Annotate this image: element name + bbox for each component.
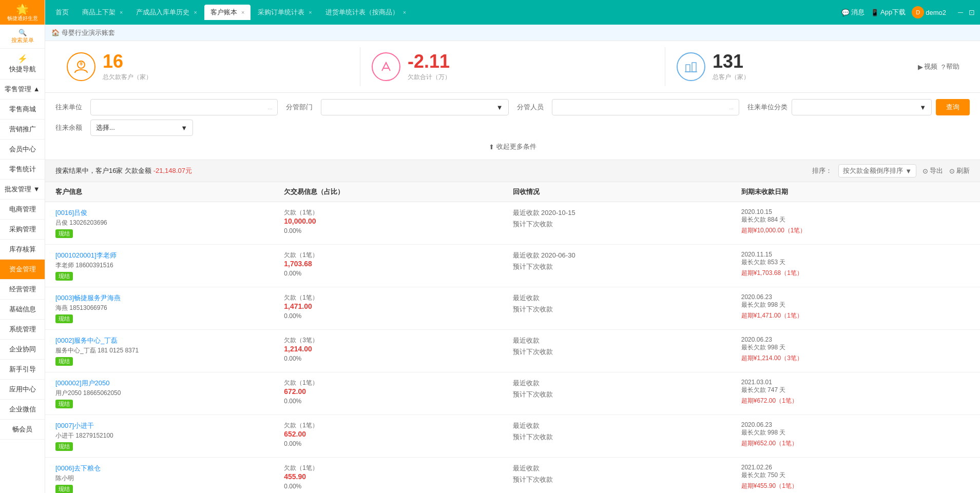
sidebar-item-newbie[interactable]: 新手引导: [0, 360, 45, 380]
sidebar-item-wechat[interactable]: 企业微信: [0, 400, 45, 420]
logo-text: 畅捷通好生意: [7, 15, 38, 22]
tab-product-history-close[interactable]: ×: [194, 9, 197, 15]
customer-badge-2: 现结: [55, 314, 73, 323]
table-header: 客户信息 欠交易信息（占比） 回收情况 到期未收款日期: [45, 182, 980, 202]
sidebar-item-business[interactable]: 经营管理: [0, 280, 45, 300]
table-row: [0002]服务中心_丁磊 服务中心_丁磊 181 0125 8371 现结 欠…: [45, 330, 980, 372]
overdue-amount-4[interactable]: 超期¥672.00（1笔）: [741, 397, 970, 405]
customer-name-6[interactable]: [0006]去下粮仓: [55, 464, 101, 472]
tab-product-listing-close[interactable]: ×: [120, 9, 123, 15]
tab-customer-account[interactable]: 客户账本 ×: [204, 5, 251, 20]
overdue-amount-2[interactable]: 超期¥1,471.00（1笔）: [741, 311, 970, 320]
debt-count-4: 欠款（1笔）: [284, 379, 512, 387]
source-unit-class-select[interactable]: ▼: [792, 99, 932, 115]
source-unit-input[interactable]: ...: [90, 99, 278, 115]
tab-product-history[interactable]: 产成品入库单历史 ×: [130, 5, 203, 20]
app-download-btn[interactable]: 📱 App下载: [871, 8, 906, 17]
tab-purchase-stats[interactable]: 采购订单统计表 ×: [252, 5, 318, 20]
quick-nav-icon: ⚡: [2, 54, 43, 64]
avatar-icon: D: [912, 6, 924, 18]
branch-dept-select[interactable]: ▼: [321, 99, 508, 115]
sort-arrow: ▼: [905, 167, 912, 175]
tab-purchase-product-stats-close[interactable]: ×: [403, 9, 406, 15]
minimize-btn[interactable]: ─: [956, 8, 965, 16]
sidebar-item-retail-mgmt[interactable]: 零售管理 ▲: [0, 80, 45, 100]
sidebar-item-wholesale-mgmt[interactable]: 批发管理 ▼: [0, 180, 45, 200]
sidebar-item-member-vip[interactable]: 畅会员: [0, 420, 45, 440]
sidebar-item-retail-stats[interactable]: 零售统计: [0, 160, 45, 180]
sidebar-item-system[interactable]: 系统管理: [0, 320, 45, 340]
view-label: 视频: [924, 62, 937, 71]
sort-select[interactable]: 按欠款金额倒序排序 ▼: [838, 164, 916, 178]
sidebar-item-purchase[interactable]: 采购管理: [0, 220, 45, 240]
tab-purchase-product-stats[interactable]: 进货单统计表（按商品） ×: [319, 5, 412, 20]
top-nav-actions: 💬 消息 📱 App下载 D demo2 ─ ⊡: [841, 6, 976, 18]
sidebar-item-ecommerce[interactable]: 电商管理: [0, 200, 45, 220]
customer-name-2[interactable]: [0003]畅捷服务尹海燕: [55, 294, 121, 302]
stat-debt-amount: -2.11 欠款合计（万）: [360, 47, 665, 86]
col-recovery: 回收情况: [513, 187, 741, 196]
overdue-amount-1[interactable]: 超期¥1,703.68（1笔）: [741, 269, 970, 278]
search-icon: 🔍: [2, 29, 43, 36]
view-video-btn[interactable]: ▶ 视频: [918, 62, 937, 71]
help-label: 帮助: [946, 62, 959, 71]
source-unit-class-arrow: ▼: [919, 104, 926, 111]
tab-home[interactable]: 首页: [49, 5, 75, 20]
customer-info-1: [0001020001]李老师 李老师 18600391516 现结: [55, 251, 284, 281]
sidebar-item-inventory[interactable]: 库存核算: [0, 240, 45, 260]
customer-name-5[interactable]: [0007]小进干: [55, 422, 94, 429]
sidebar-item-marketing[interactable]: 营销推广: [0, 120, 45, 140]
refresh-icon: ⊙: [949, 167, 955, 175]
sidebar-item-finance[interactable]: 资金管理: [0, 260, 45, 280]
last-collection-4: 最近收款: [513, 379, 741, 388]
customer-phone-6: 陈小明: [55, 474, 284, 483]
help-btn[interactable]: ? 帮助: [941, 62, 959, 71]
balance-select[interactable]: 选择... ▼: [90, 120, 193, 136]
tab-purchase-stats-close[interactable]: ×: [309, 9, 312, 15]
col-due-date: 到期未收款日期: [741, 187, 970, 196]
sidebar-item-retail-mall[interactable]: 零售商城: [0, 100, 45, 120]
member-label: 会员中心: [9, 145, 36, 153]
sidebar-search[interactable]: 🔍 搜索菜单: [0, 25, 45, 49]
branch-person-input[interactable]: ...: [552, 99, 739, 115]
sidebar-item-member[interactable]: 会员中心: [0, 140, 45, 160]
branch-person-text[interactable]: [558, 104, 729, 111]
collapse-icon: ⬆: [489, 143, 494, 151]
overdue-amount-6[interactable]: 超期¥455.90（1笔）: [741, 482, 970, 490]
customer-name-4[interactable]: [000002]用户2050: [55, 379, 110, 387]
wechat-label: 企业微信: [9, 405, 36, 413]
export-btn[interactable]: ⊙ 导出: [923, 166, 943, 175]
result-actions: 排序： 按欠款金额倒序排序 ▼ ⊙ 导出 ⊙ 刷新: [812, 164, 970, 178]
due-date-5: 2020.06.23: [741, 421, 970, 428]
customer-name-3[interactable]: [0002]服务中心_丁磊: [55, 337, 118, 344]
recovery-info-2: 最近收款 预计下次收款: [513, 293, 741, 314]
tab-product-listing[interactable]: 商品上下架 ×: [76, 5, 129, 20]
view-icon: ▶: [918, 63, 923, 71]
sidebar-item-quick-nav[interactable]: ⚡ 快捷导航: [0, 49, 45, 80]
overdue-amount-0[interactable]: 超期¥10,000.00（1笔）: [741, 226, 970, 235]
sidebar-item-enterprise[interactable]: 企业协同: [0, 340, 45, 360]
col-customer-info: 客户信息: [55, 187, 284, 196]
svg-rect-3: [692, 63, 696, 72]
svg-text:¥: ¥: [79, 60, 83, 67]
stat-debt-customers-content: 16 总欠款客户（家）: [103, 52, 152, 82]
stats-header: ¥ 16 总欠款客户（家） -2.11 欠款合计: [45, 41, 980, 93]
branch-person-label: 分管人员: [517, 103, 548, 112]
customer-name-0[interactable]: [0016]吕俊: [55, 209, 87, 216]
tab-customer-account-close[interactable]: ×: [241, 9, 244, 15]
maximize-btn[interactable]: ⊡: [968, 8, 976, 16]
customer-name-1[interactable]: [0001020001]李老师: [55, 251, 117, 259]
sidebar-item-basic-info[interactable]: 基础信息: [0, 300, 45, 320]
query-button[interactable]: 查询: [936, 99, 970, 115]
message-btn[interactable]: 💬 消息: [841, 8, 864, 17]
sidebar-item-apps[interactable]: 应用中心: [0, 380, 45, 400]
refresh-btn[interactable]: ⊙ 刷新: [949, 166, 970, 175]
user-avatar[interactable]: D demo2: [912, 6, 946, 18]
branch-dept-label: 分管部门: [286, 103, 317, 112]
collapse-more-btn[interactable]: ⬆ 收起更多条件: [55, 140, 970, 153]
source-unit-text[interactable]: [96, 104, 268, 111]
overdue-days-4: 最长欠款 747 天: [741, 386, 970, 395]
overdue-amount-5[interactable]: 超期¥652.00（1笔）: [741, 439, 970, 448]
debt-amount-2: 1,471.00: [284, 302, 512, 310]
overdue-amount-3[interactable]: 超期¥1,214.00（3笔）: [741, 354, 970, 363]
